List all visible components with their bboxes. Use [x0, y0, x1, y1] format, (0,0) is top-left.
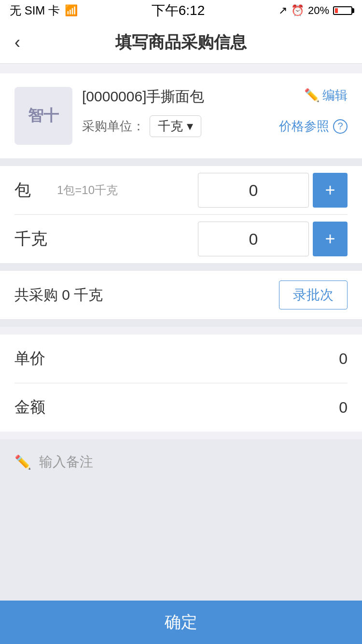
price-section: 单价 0 金额 0 — [0, 335, 362, 432]
carrier-label: 无 SIM 卡 — [10, 3, 60, 18]
kg-label: 千克 — [14, 228, 53, 250]
page-title: 填写商品采购信息 — [115, 31, 247, 54]
product-name: [0000006]手撕面包 — [82, 87, 204, 107]
status-bar: 无 SIM 卡 📶 下午6:12 ↗ ⏰ 20% — [0, 0, 362, 21]
dropdown-arrow-icon: ▾ — [187, 119, 193, 134]
bag-sub-label: 1包=10千克 — [57, 182, 198, 198]
unit-price-row: 单价 0 — [0, 335, 362, 383]
time-label: 下午6:12 — [152, 1, 205, 20]
unit-select-dropdown[interactable]: 千克 ▾ — [150, 115, 201, 137]
wifi-icon: 📶 — [65, 4, 78, 17]
edit-button[interactable]: ✏️ 编辑 — [304, 87, 348, 104]
unit-prefix-label: 采购单位： — [82, 118, 145, 135]
kg-plus-button[interactable]: + — [313, 222, 348, 256]
kg-input-row: 千克 + — [0, 215, 362, 263]
bag-plus-button[interactable]: + — [313, 173, 348, 208]
alarm-icon: ⏰ — [291, 4, 304, 17]
back-button[interactable]: ‹ — [14, 32, 20, 53]
price-ref-label: 价格参照 — [279, 118, 329, 135]
product-image: 智十 — [14, 87, 72, 145]
status-right: ↗ ⏰ 20% — [278, 4, 352, 17]
status-left: 无 SIM 卡 📶 — [10, 3, 78, 18]
amount-value: 0 — [339, 399, 348, 417]
kg-input-control: + — [198, 222, 348, 256]
notes-section[interactable]: ✏️ 输入备注 — [0, 439, 362, 485]
unit-price-label: 单价 — [14, 348, 45, 369]
batch-button[interactable]: 录批次 — [279, 280, 348, 309]
confirm-label: 确定 — [165, 611, 197, 633]
unit-price-value: 0 — [339, 350, 348, 368]
product-name-row: [0000006]手撕面包 ✏️ 编辑 — [82, 87, 348, 107]
unit-value: 千克 — [158, 118, 183, 135]
divider-3 — [0, 319, 362, 327]
bag-label: 包 — [14, 179, 53, 201]
confirm-button[interactable]: 确定 — [0, 601, 362, 644]
total-text: 共采购 0 千克 — [14, 285, 103, 305]
divider-2 — [0, 263, 362, 271]
battery-icon — [333, 6, 352, 15]
location-icon: ↗ — [278, 4, 287, 17]
product-card: 智十 [0000006]手撕面包 ✏️ 编辑 采购单位： 千克 ▾ 价格参照 ? — [0, 73, 362, 158]
bag-input-section: 包 1包=10千克 + 千克 + — [0, 166, 362, 263]
bag-input-row: 包 1包=10千克 + — [0, 166, 362, 214]
total-section: 共采购 0 千克 录批次 — [0, 271, 362, 319]
edit-icon: ✏️ — [304, 88, 320, 103]
divider-1 — [0, 158, 362, 166]
bag-input-control: + — [198, 173, 348, 208]
price-ref-info-icon: ? — [333, 119, 348, 134]
nav-bar: ‹ 填写商品采购信息 — [0, 21, 362, 64]
price-ref-button[interactable]: 价格参照 ? — [279, 118, 348, 135]
amount-row: 金额 0 — [0, 383, 362, 432]
battery-pct: 20% — [308, 4, 329, 17]
kg-quantity-input[interactable] — [198, 222, 309, 256]
pencil-icon: ✏️ — [14, 454, 31, 470]
unit-row: 采购单位： 千克 ▾ 价格参照 ? — [82, 115, 348, 137]
product-logo: 智十 — [28, 105, 59, 126]
amount-label: 金额 — [14, 397, 45, 418]
bag-quantity-input[interactable] — [198, 173, 309, 208]
product-info: [0000006]手撕面包 ✏️ 编辑 采购单位： 千克 ▾ 价格参照 ? — [82, 87, 348, 137]
notes-placeholder: 输入备注 — [39, 453, 93, 471]
